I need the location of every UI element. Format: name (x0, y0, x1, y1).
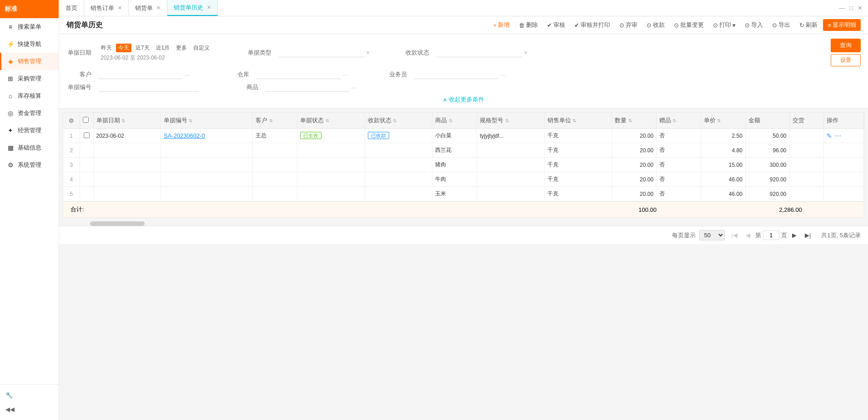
sidebar-user-settings[interactable]: 🔧 (0, 388, 59, 402)
set-button[interactable]: 设置 (831, 54, 861, 66)
abandon-button[interactable]: ⊙ 弃审 (616, 19, 641, 31)
delete-label: 删除 (526, 21, 538, 29)
minimize-icon[interactable]: — (839, 5, 845, 11)
edit-icon[interactable]: ✎ (827, 132, 832, 140)
sidebar-item-basic-info[interactable]: ▦ 基础信息 (0, 139, 59, 156)
sidebar-item-purchase-mgmt[interactable]: ⊞ 采购管理 (0, 70, 59, 87)
sidebar-item-sales-mgmt[interactable]: ◈ 销售管理 (0, 53, 59, 70)
select-all-checkbox[interactable] (83, 117, 89, 123)
warehouse-more-icon[interactable]: ··· (342, 71, 347, 78)
tab-home[interactable]: 首页 (59, 0, 84, 16)
th-unit[interactable]: 销售单位 ⇅ (544, 113, 612, 129)
print-button[interactable]: ⊙ 打印 ▾ (709, 19, 739, 31)
show-detail-button[interactable]: ≡ 显示明细 (823, 19, 861, 31)
th-qty[interactable]: 数量 ⇅ (612, 113, 657, 129)
sidebar-item-inventory-calc[interactable]: ⌂ 库存核算 (0, 87, 59, 105)
export-label: 导出 (778, 21, 790, 29)
more-icon[interactable]: ⋯ (835, 132, 841, 140)
prev-page-button[interactable]: ◀ (743, 231, 753, 240)
sidebar-item-finance-mgmt[interactable]: ◎ 资金管理 (0, 105, 59, 122)
maximize-icon[interactable]: □ (849, 5, 853, 11)
goods-input[interactable] (266, 83, 350, 92)
audit-button[interactable]: ✔ 审核 (543, 19, 569, 31)
page-size-select[interactable]: 50 100 200 (699, 230, 725, 240)
toolbar: 销货单历史 + 新增 🗑 删除 ✔ 审核 ✔ 审核并打印 (59, 16, 868, 34)
import-button[interactable]: ⊙ 导入 (741, 19, 767, 31)
th-gear[interactable]: ⚙ (63, 113, 80, 129)
delete-button[interactable]: 🗑 删除 (515, 19, 542, 31)
warehouse-input[interactable] (256, 70, 341, 79)
th-action-label: 操作 (827, 117, 838, 124)
query-button[interactable]: 查询 (831, 39, 861, 52)
sidebar-collapse[interactable]: ◀◀ (0, 402, 59, 416)
close-window-icon[interactable]: ✕ (858, 5, 863, 11)
page-label: 第 (755, 231, 761, 240)
date-short-1month[interactable]: 近1月 (154, 44, 172, 52)
date-short-7days[interactable]: 近7天 (133, 44, 152, 52)
row-goods: 西兰花 (432, 143, 477, 158)
th-spec[interactable]: 规格型号 ⇅ (477, 113, 544, 129)
collect-button[interactable]: ⊙ 收款 (643, 19, 668, 31)
tab-sales-history[interactable]: 销货单历史 ✕ (167, 0, 218, 16)
row-action (824, 172, 864, 187)
sidebar-item-ops-mgmt[interactable]: ✦ 经营管理 (0, 122, 59, 139)
row-checkbox-cell (80, 172, 93, 187)
th-doc-number[interactable]: 单据编号 ⇅ (161, 113, 252, 129)
payment-status-input[interactable] (437, 48, 522, 57)
sidebar-item-sys-mgmt[interactable]: ⚙ 系统管理 (0, 156, 59, 174)
row-action (824, 143, 864, 158)
th-payment-status[interactable]: 收款状态 ⇅ (365, 113, 432, 129)
tab-sales-order-close[interactable]: ✕ (118, 5, 122, 11)
sidebar-item-quick-nav[interactable]: ⚡ 快捷导航 (0, 35, 59, 53)
doc-number-input[interactable] (99, 83, 199, 92)
sort-qty-icon: ⇅ (628, 118, 632, 123)
row-unit: 千克 (544, 129, 612, 143)
export-button[interactable]: ⊙ 导出 (768, 19, 794, 31)
th-customer[interactable]: 客户 ⇅ (253, 113, 297, 129)
collapse-button[interactable]: ∧ 收起更多条件 (66, 95, 861, 104)
date-short-today[interactable]: 今天 (116, 44, 131, 52)
date-short-yesterday[interactable]: 昨天 (99, 44, 114, 52)
row-amount: 96.00 (745, 143, 789, 158)
new-button[interactable]: + 新增 (490, 19, 514, 31)
th-doc-date[interactable]: 单据日期 ⇅ (93, 113, 161, 129)
date-short-more[interactable]: 更多 (174, 44, 189, 52)
collapse-icon: ◀◀ (5, 406, 15, 413)
next-page-button[interactable]: ▶ (789, 231, 800, 240)
date-short-custom[interactable]: 自定义 (191, 44, 212, 52)
window-controls: — □ ✕ (839, 5, 868, 11)
first-page-button[interactable]: |◀ (728, 231, 741, 240)
row-checkbox[interactable] (84, 132, 90, 138)
th-gift-label: 赠品 (659, 117, 671, 124)
row-unit: 千克 (544, 187, 612, 201)
th-gift[interactable]: 赠品 ⇅ (657, 113, 701, 129)
horizontal-scrollbar[interactable] (63, 221, 864, 226)
doc-number-link[interactable]: SA-20230602-0 (164, 132, 205, 139)
row-spec (477, 143, 544, 158)
total-info: 共1页, 5条记录 (821, 231, 861, 240)
batch-change-button[interactable]: ⊙ 批量变更 (670, 19, 707, 31)
tab-sales-delivery[interactable]: 销货单 ✕ (129, 0, 167, 16)
scrollbar-thumb[interactable] (90, 221, 145, 226)
tab-sales-order[interactable]: 销售订单 ✕ (84, 0, 129, 16)
customer-input[interactable] (99, 70, 183, 79)
salesman-more-icon[interactable]: ··· (500, 71, 505, 78)
gear-icon[interactable]: ⚙ (69, 117, 74, 124)
goods-more-icon[interactable]: ··· (351, 84, 356, 91)
last-page-button[interactable]: ▶| (802, 231, 814, 240)
salesman-input[interactable] (414, 70, 498, 79)
tab-sales-history-close[interactable]: ✕ (207, 5, 211, 10)
sidebar-item-search-menu[interactable]: ≡ 搜索菜单 (0, 18, 59, 35)
th-price[interactable]: 单价 ⇅ (701, 113, 745, 129)
audit-print-button[interactable]: ✔ 审核并打印 (571, 19, 614, 31)
goods-label: 商品 (233, 83, 258, 91)
row-doc-status (297, 172, 365, 187)
th-price-label: 单价 (704, 117, 716, 124)
refresh-button[interactable]: ↻ 刷新 (796, 19, 821, 31)
th-goods[interactable]: 商品 ⇅ (432, 113, 477, 129)
doc-type-input[interactable] (279, 48, 365, 57)
tab-sales-delivery-close[interactable]: ✕ (156, 5, 161, 11)
customer-more-icon[interactable]: ··· (185, 71, 190, 78)
th-doc-status[interactable]: 单据状态 ⇅ (297, 113, 365, 129)
page-number-input[interactable] (763, 230, 779, 240)
